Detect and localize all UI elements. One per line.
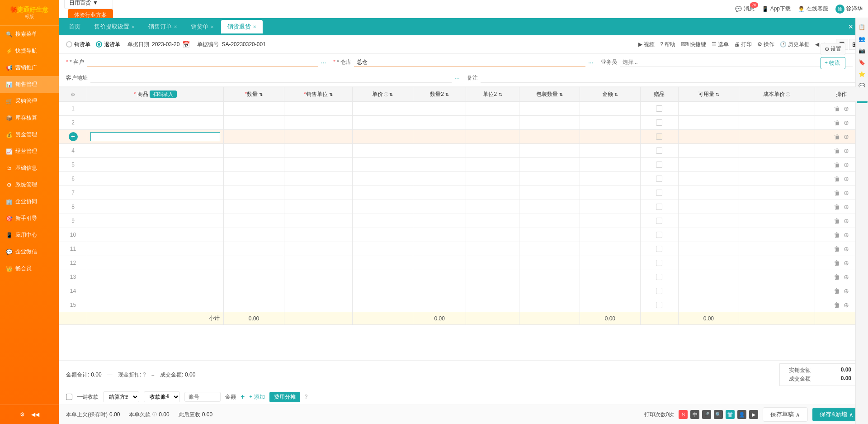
delete-row-btn[interactable]: 🗑 — [833, 244, 841, 253]
icon-tshirt[interactable]: 👕 — [726, 410, 735, 419]
gift-checkbox[interactable] — [656, 105, 662, 112]
delete-row-btn[interactable]: 🗑 — [833, 230, 841, 239]
copy-row-btn[interactable]: ⊕ — [843, 118, 850, 127]
tab-sales[interactable]: 销货单 ✕ — [184, 20, 220, 33]
operation-link[interactable]: ⚙ 操作 — [757, 41, 774, 48]
delete-row-btn[interactable]: 🗑 — [833, 286, 841, 295]
cost-cell[interactable] — [739, 116, 815, 130]
tab-close-all[interactable]: ✕ — [847, 22, 854, 31]
tab-sales-order-close[interactable]: ✕ — [174, 24, 177, 29]
method-select[interactable]: 结算方式 — [103, 391, 139, 402]
add-payment-btn[interactable]: + — [241, 393, 245, 401]
warehouse-input[interactable]: 总仓 — [354, 57, 585, 67]
copy-row-btn[interactable]: ⊕ — [843, 244, 850, 253]
price-cell-active[interactable] — [352, 130, 413, 144]
settings-bottom-icon[interactable]: ⚙ — [18, 410, 27, 419]
amount-cell-active[interactable] — [580, 130, 640, 144]
price-cell[interactable] — [352, 102, 413, 116]
delete-row-btn[interactable]: 🗑 — [833, 258, 841, 267]
unit-cell-active[interactable] — [284, 130, 352, 144]
sidebar-item-inventory[interactable]: 📦 库存核算 — [0, 110, 59, 126]
sidebar-item-apps[interactable]: 📱 应用中心 — [0, 227, 59, 243]
tab-price-close[interactable]: ✕ — [131, 24, 135, 29]
add-row-btn[interactable]: + — [69, 132, 78, 141]
qty-cell-active[interactable] — [223, 130, 284, 144]
cost-info-icon[interactable]: ⓘ — [786, 91, 790, 98]
address-input[interactable] — [90, 73, 452, 83]
add-payment-label[interactable]: + 添加 — [249, 393, 264, 401]
radio-sales[interactable]: 销货单 — [66, 41, 90, 48]
price-cell[interactable] — [352, 116, 413, 130]
account-input[interactable] — [184, 392, 221, 402]
cost-cell-active[interactable] — [739, 130, 815, 144]
icon-zh[interactable]: 中 — [690, 410, 699, 419]
delete-row-btn[interactable]: 🗑 — [833, 174, 841, 183]
rp-bookmark-icon[interactable]: 🔖 — [857, 57, 868, 68]
qty2-cell[interactable] — [413, 102, 466, 116]
payment-help-icon[interactable]: ? — [305, 394, 308, 400]
pkg-cell[interactable] — [519, 116, 580, 130]
salesperson-input[interactable] — [620, 57, 853, 67]
copy-row-btn[interactable]: ⊕ — [843, 188, 850, 197]
sidebar-item-marketing[interactable]: 📢 营销推广 — [0, 59, 59, 76]
delete-row-btn[interactable]: 🗑 — [833, 216, 841, 225]
gift-cell[interactable] — [640, 102, 678, 116]
gift-checkbox[interactable] — [656, 232, 662, 238]
copy-row-btn[interactable]: ⊕ — [843, 300, 850, 310]
copy-row-btn[interactable]: ⊕ — [843, 160, 850, 169]
scan-input-btn[interactable]: 扫码录入 — [150, 91, 177, 98]
calendar-icon[interactable]: 📅 — [182, 41, 190, 48]
icon-search[interactable]: 🔍 — [714, 410, 723, 419]
tab-sales-return[interactable]: 销货退货 ✕ — [221, 20, 263, 33]
qty2-cell[interactable] — [413, 116, 466, 130]
product-cell[interactable] — [87, 116, 224, 130]
online-service-group[interactable]: 👨‍💼 在线客服 — [798, 5, 828, 13]
delete-row-btn[interactable]: 🗑 — [833, 160, 841, 169]
help-link[interactable]: ? 帮助 — [660, 41, 675, 48]
th-settings[interactable]: ⚙ — [59, 87, 87, 102]
qty2-cell-active[interactable] — [413, 130, 466, 144]
delete-row-btn[interactable]: 🗑 — [833, 118, 841, 127]
gift-checkbox-active[interactable] — [656, 133, 662, 140]
delete-row-btn[interactable]: 🗑 — [833, 104, 841, 113]
product-input-active[interactable] — [91, 133, 220, 141]
rp-clipboard-icon[interactable]: 📋 — [857, 22, 868, 33]
icon-mic[interactable]: 🎤 — [702, 410, 711, 419]
account-select[interactable]: 收款账号 — [144, 391, 180, 402]
print-link[interactable]: 🖨 打印 — [734, 41, 752, 48]
gift-checkbox[interactable] — [656, 190, 662, 196]
copy-row-btn[interactable]: ⊕ — [843, 174, 850, 183]
sidebar-item-sales[interactable]: 📊 销售管理 — [0, 76, 59, 93]
delete-row-btn[interactable]: 🗑 — [833, 272, 841, 281]
sidebar-item-wechat[interactable]: 💬 企业微信 — [0, 243, 59, 260]
available-cell-active[interactable] — [678, 130, 739, 144]
copy-row-btn[interactable]: ⊕ — [843, 272, 850, 281]
pkg-cell-active[interactable] — [519, 130, 580, 144]
amount-cell[interactable] — [580, 102, 640, 116]
rp-users-icon[interactable]: 👥 — [857, 33, 868, 44]
expense-split-btn[interactable]: 费用分摊 — [269, 392, 300, 402]
customer-input[interactable] — [87, 57, 318, 67]
address-dots[interactable]: ··· — [454, 75, 460, 82]
delete-row-btn[interactable]: 🗑 — [833, 188, 841, 197]
gift-checkbox[interactable] — [656, 274, 662, 280]
unit2-cell[interactable] — [466, 102, 519, 116]
gift-checkbox[interactable] — [656, 162, 662, 168]
warehouse-dots[interactable]: ··· — [588, 59, 594, 66]
save-new-btn[interactable]: 保存&新增 ∧ — [812, 408, 861, 421]
copy-row-btn[interactable]: ⊕ — [843, 258, 850, 267]
product-cell[interactable] — [87, 102, 224, 116]
sidebar-item-search[interactable]: 🔍 搜索菜单 — [0, 26, 59, 43]
sidebar-item-finance[interactable]: 💰 资金管理 — [0, 126, 59, 143]
tab-return-close[interactable]: ✕ — [253, 24, 256, 29]
save-draft-btn[interactable]: 保存草稿 ∧ — [763, 407, 808, 422]
tab-sales-close[interactable]: ✕ — [210, 24, 214, 29]
history-link[interactable]: 🕐 历史单据 — [780, 41, 810, 48]
gift-checkbox[interactable] — [656, 246, 662, 252]
video-link[interactable]: ▶ 视频 — [638, 41, 655, 48]
tab-sales-order[interactable]: 销售订单 ✕ — [142, 20, 184, 33]
icon-person[interactable]: 👤 — [737, 410, 746, 419]
copy-row-btn[interactable]: ⊕ — [843, 230, 850, 239]
tab-home[interactable]: 首页 — [62, 20, 87, 33]
sidebar-item-system[interactable]: ⚙ 系统管理 — [0, 176, 59, 193]
